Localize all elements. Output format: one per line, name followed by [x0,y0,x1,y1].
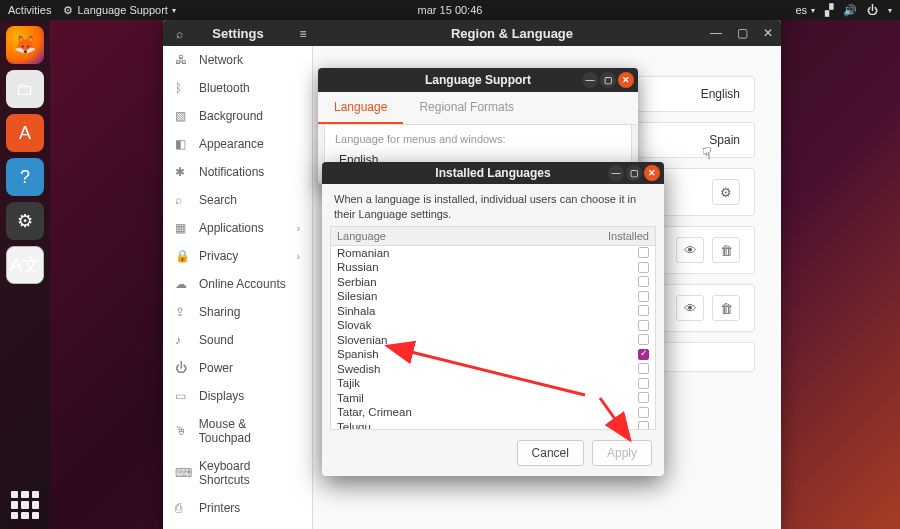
activities-button[interactable]: Activities [8,4,51,16]
nav-icon: ▭ [175,389,189,403]
dock-item-software[interactable]: A [6,114,44,152]
language-row-tajik[interactable]: Tajik [331,376,655,391]
language-row-tamil[interactable]: Tamil [331,391,655,406]
power-icon[interactable]: ⏻ [867,4,878,16]
chevron-right-icon: › [297,223,300,234]
minimize-button[interactable]: — [582,72,598,88]
installed-checkbox[interactable] [638,320,649,331]
sidebar-item-keyboard-shortcuts[interactable]: ⌨Keyboard Shortcuts [163,452,312,494]
sidebar-item-privacy[interactable]: 🔒Privacy› [163,242,312,270]
language-row-sinhala[interactable]: Sinhala [331,304,655,319]
sidebar-item-appearance[interactable]: ◧Appearance [163,130,312,158]
language-row-spanish[interactable]: Spanish [331,347,655,362]
hamburger-icon[interactable]: ≡ [291,22,315,46]
nav-icon: ✱ [175,165,189,179]
network-icon[interactable]: ▞ [825,4,833,17]
sidebar-item-network[interactable]: 🖧Network [163,46,312,74]
tab-regional-formats[interactable]: Regional Formats [403,92,530,124]
show-applications-button[interactable] [11,491,39,519]
sidebar-item-mouse-touchpad[interactable]: 🖰Mouse & Touchpad [163,410,312,452]
gnome-top-bar: Activities ⚙ Language Support ▾ mar 15 0… [0,0,900,20]
dock-item-settings[interactable]: ⚙ [6,202,44,240]
installed-checkbox[interactable] [638,334,649,345]
clock[interactable]: mar 15 00:46 [418,4,483,16]
sidebar-item-sharing[interactable]: ⇪Sharing [163,298,312,326]
close-button[interactable]: ✕ [755,21,781,45]
trash-icon[interactable]: 🗑 [712,295,740,321]
app-menu-label: Language Support [77,4,168,16]
nav-label: Online Accounts [199,277,286,291]
installed-checkbox[interactable] [638,247,649,258]
installed-checkbox[interactable] [638,305,649,316]
installed-checkbox[interactable] [638,291,649,302]
language-row-swedish[interactable]: Swedish [331,362,655,377]
language-name: Serbian [337,276,638,288]
installed-checkbox[interactable] [638,407,649,418]
installed-checkbox[interactable] [638,363,649,374]
installed-checkbox[interactable] [638,378,649,389]
nav-label: Search [199,193,237,207]
language-name: Telugu [337,421,638,429]
sidebar-item-applications[interactable]: ▦Applications› [163,214,312,242]
settings-header: ⌕ Settings ≡ Region & Language — ▢ ✕ [163,20,781,46]
installed-checkbox[interactable] [638,349,649,360]
minimize-button[interactable]: — [608,165,624,181]
language-row-serbian[interactable]: Serbian [331,275,655,290]
maximize-button[interactable]: ▢ [626,165,642,181]
column-installed: Installed [595,227,655,245]
maximize-button[interactable]: ▢ [600,72,616,88]
installed-checkbox[interactable] [638,262,649,273]
trash-icon[interactable]: 🗑 [712,237,740,263]
input-source-indicator[interactable]: es ▾ [795,4,815,16]
panel-title: Region & Language [313,26,711,41]
sidebar-item-removable-media[interactable]: ⏏Removable Media [163,522,312,529]
language-name: Tamil [337,392,638,404]
sidebar-item-sound[interactable]: ♪Sound [163,326,312,354]
dock-item-firefox[interactable]: 🦊 [6,26,44,64]
installed-checkbox[interactable] [638,276,649,287]
nav-label: Privacy [199,249,238,263]
sidebar-item-notifications[interactable]: ✱Notifications [163,158,312,186]
volume-icon[interactable]: 🔊 [843,4,857,17]
eye-icon[interactable]: 👁 [676,237,704,263]
maximize-button[interactable]: ▢ [729,21,755,45]
nav-icon: ♪ [175,333,189,347]
app-menu[interactable]: ⚙ Language Support ▾ [63,4,176,17]
installed-checkbox[interactable] [638,421,649,428]
language-row-telugu[interactable]: Telugu [331,420,655,429]
sidebar-item-background[interactable]: ▧Background [163,102,312,130]
apply-button[interactable]: Apply [592,440,652,466]
dock-item-files[interactable]: 🗀 [6,70,44,108]
close-button[interactable]: ✕ [644,165,660,181]
language-name: Spanish [337,348,638,360]
language-row-russian[interactable]: Russian [331,260,655,275]
nav-label: Background [199,109,263,123]
nav-icon: ◧ [175,137,189,151]
language-row-silesian[interactable]: Silesian [331,289,655,304]
language-list: Language Installed RomanianRussianSerbia… [330,226,656,430]
language-row-romanian[interactable]: Romanian [331,246,655,261]
installed-checkbox[interactable] [638,392,649,403]
nav-icon: ⏻ [175,361,189,375]
cancel-button[interactable]: Cancel [517,440,584,466]
dock-item-language-support[interactable]: A文 [6,246,44,284]
sidebar-item-printers[interactable]: ⎙Printers [163,494,312,522]
dock-item-help[interactable]: ? [6,158,44,196]
close-button[interactable]: ✕ [618,72,634,88]
sidebar-item-search[interactable]: ⌕Search [163,186,312,214]
sidebar-item-displays[interactable]: ▭Displays [163,382,312,410]
tab-language[interactable]: Language [318,92,403,124]
language-row-tatar-crimean[interactable]: Tatar, Crimean [331,405,655,420]
language-row-slovak[interactable]: Slovak [331,318,655,333]
language-row-slovenian[interactable]: Slovenian [331,333,655,348]
language-name: Silesian [337,290,638,302]
sidebar-item-online-accounts[interactable]: ☁Online Accounts [163,270,312,298]
nav-label: Power [199,361,233,375]
sidebar-item-bluetooth[interactable]: ᛒBluetooth [163,74,312,102]
installed-languages-description: When a language is installed, individual… [322,184,664,226]
gear-icon[interactable]: ⚙ [712,179,740,205]
language-support-header: Language Support — ▢ ✕ [318,68,638,92]
chevron-down-icon: ▾ [888,6,892,15]
eye-icon[interactable]: 👁 [676,295,704,321]
sidebar-item-power[interactable]: ⏻Power [163,354,312,382]
